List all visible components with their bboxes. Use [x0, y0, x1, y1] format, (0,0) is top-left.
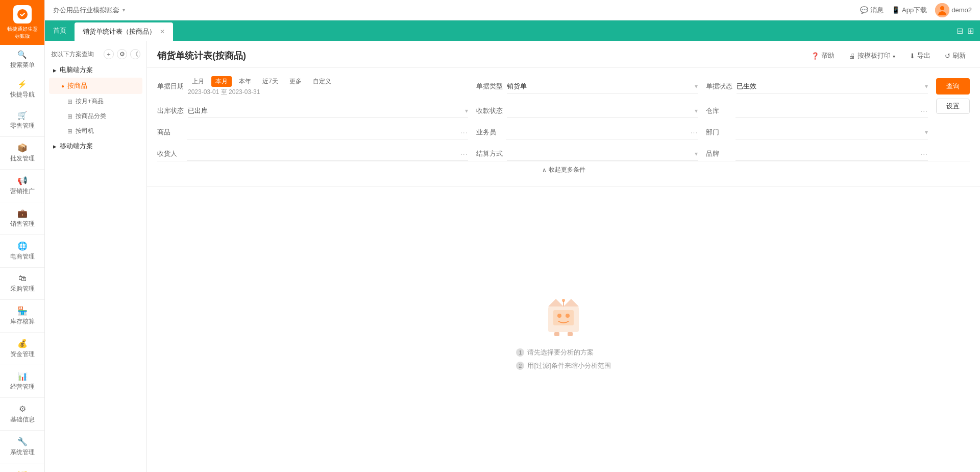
workspace-selector[interactable]: 办公用品行业模拟账套 ▾ — [53, 6, 125, 15]
goods-control[interactable]: ··· — [187, 125, 468, 139]
help-btn[interactable]: ❓ 帮助 — [807, 49, 839, 62]
date-range: 2023-03-01 至 2023-03-31 — [188, 88, 468, 97]
brand-label: 品牌 — [706, 149, 731, 158]
basic-icon: ⚙ — [19, 404, 26, 414]
warehouse-status-control[interactable]: 已出库 — [188, 104, 468, 118]
date-tag-thismonth[interactable]: 本月 — [211, 76, 232, 87]
tree-item-by-cashier[interactable]: ⊞ 按司机 — [49, 124, 142, 138]
app-title: 畅捷通好生意 — [7, 26, 38, 33]
tree-item-by-month-goods[interactable]: ⊞ 按月+商品 — [49, 94, 142, 109]
app-download-btn[interactable]: 📱 App下载 — [892, 6, 927, 15]
brand-control[interactable]: ··· — [736, 147, 928, 161]
tree-group-mobile-label: 移动端方案 — [60, 141, 93, 151]
receiver-control[interactable]: ··· — [187, 147, 468, 161]
settlement-control[interactable] — [507, 147, 698, 161]
tree-group-mobile[interactable]: 移动端方案 — [49, 138, 142, 154]
settings-scheme-btn[interactable]: ⚙ — [117, 49, 127, 59]
settings-btn[interactable]: 设置 — [936, 99, 970, 114]
inventory-icon: 🏪 — [17, 306, 28, 316]
ecommerce-icon: 🌐 — [17, 241, 28, 251]
date-tag-thisyear[interactable]: 本年 — [235, 76, 255, 87]
purchase-label: 采购管理 — [10, 285, 35, 293]
sidebar-item-finance[interactable]: 💰 资金管理 — [0, 333, 45, 365]
tab-maximize-btn[interactable]: ⊞ — [967, 26, 974, 36]
svg-point-0 — [17, 9, 28, 19]
sidebar-item-ecommerce[interactable]: 🌐 电商管理 — [0, 235, 45, 268]
warehouse-status-arrow — [465, 107, 468, 114]
svg-rect-7 — [554, 332, 559, 336]
empty-illustration — [533, 289, 594, 340]
goods-dots: ··· — [460, 128, 468, 136]
department-control[interactable] — [736, 125, 928, 139]
tree-group-desktop[interactable]: 电脑端方案 — [49, 62, 142, 78]
system-label: 系统管理 — [10, 448, 35, 457]
sales-label: 销售管理 — [10, 220, 35, 228]
user-avatar — [935, 3, 949, 17]
doc-type-control[interactable]: 销货单 — [507, 79, 698, 93]
sidebar-item-basic[interactable]: ⚙ 基础信息 — [0, 398, 45, 431]
empty-state: 1 请先选择要分析的方案 2 用[过滤]条件来缩小分析范围 — [147, 187, 980, 472]
doc-status-control[interactable]: 已生效 — [737, 79, 928, 93]
message-btn[interactable]: 💬 消息 — [860, 6, 884, 15]
filter-doc-status: 单据状态 已生效 — [706, 79, 928, 93]
active-item-icon: ● — [61, 83, 64, 89]
tab-sales-stat[interactable]: 销货单统计表（按商品） ✕ — [75, 22, 173, 41]
refresh-icon: ↺ — [945, 52, 950, 60]
sub-item-icon-1: ⊞ — [67, 98, 72, 105]
filter-row-2: 出库状态 已出库 收款状态 — [157, 104, 928, 118]
logo-icon — [13, 5, 32, 23]
top-header: 办公用品行业模拟账套 ▾ 💬 消息 📱 App下载 de — [45, 0, 980, 20]
tab-home[interactable]: 首页 — [45, 20, 75, 41]
sidebar-item-cooperation[interactable]: 🤝 企业协同 — [0, 463, 45, 472]
collapse-more-btn[interactable]: ∧ 收起更多条件 — [157, 161, 970, 178]
tree-item-by-category[interactable]: ⊞ 按商品分类 — [49, 109, 142, 124]
salesperson-control[interactable]: ··· — [506, 125, 698, 139]
empty-tips: 1 请先选择要分析的方案 2 用[过滤]条件来缩小分析范围 — [516, 348, 610, 370]
sidebar-item-quicknav[interactable]: ⚡ 快捷导航 — [0, 75, 45, 104]
sidebar-item-system[interactable]: 🔧 系统管理 — [0, 431, 45, 463]
left-panel-actions: ＋ ⚙ 《 — [104, 49, 140, 59]
sidebar-item-retail[interactable]: 🛒 零售管理 — [0, 104, 45, 137]
date-tag-more[interactable]: 更多 — [285, 76, 306, 87]
sidebar-item-wholesale[interactable]: 📦 批发管理 — [0, 137, 45, 170]
tree-item-by-goods[interactable]: ● 按商品 — [49, 78, 142, 94]
finance-label: 资金管理 — [10, 350, 35, 359]
date-tag-lastmonth[interactable]: 上月 — [188, 76, 208, 87]
receiver-dots: ··· — [460, 150, 468, 158]
marketing-icon: 📢 — [17, 176, 28, 185]
warehouse-control[interactable]: ··· — [736, 104, 928, 118]
payment-status-control[interactable] — [507, 104, 698, 118]
template-print-label: 按模板打印 — [857, 51, 891, 60]
filter-row-1: 单据日期 上月 本月 本年 近7天 更多 自定义 — [157, 76, 928, 97]
workspace-name: 办公用品行业模拟账套 — [53, 6, 119, 15]
help-icon: ❓ — [811, 52, 819, 60]
template-print-btn[interactable]: 🖨 按模板打印 — [845, 49, 899, 62]
left-panel: 按以下方案查询 ＋ ⚙ 《 电脑端方案 ● 按商品 ⊞ — [45, 41, 147, 472]
tab-close-icon[interactable]: ✕ — [160, 28, 165, 35]
export-btn[interactable]: ⬇ 导出 — [905, 49, 935, 62]
date-label: 单据日期 — [157, 82, 184, 91]
date-tag-7days[interactable]: 近7天 — [258, 76, 282, 87]
tab-minimize-btn[interactable]: ⊟ — [957, 26, 963, 36]
date-tag-custom[interactable]: 自定义 — [309, 76, 335, 87]
app-logo[interactable]: 畅捷通好生意 标账版 — [0, 0, 45, 45]
filter-date: 单据日期 上月 本月 本年 近7天 更多 自定义 — [157, 76, 468, 97]
filter-goods: 商品 ··· — [157, 125, 468, 139]
svg-point-10 — [562, 299, 565, 302]
sidebar-item-search[interactable]: 🔍 搜索菜单 — [0, 45, 45, 75]
refresh-btn[interactable]: ↺ 刷新 — [941, 49, 970, 62]
sidebar-quicknav-label: 快捷导航 — [10, 90, 35, 99]
sidebar-item-inventory[interactable]: 🏪 库存核算 — [0, 300, 45, 333]
sidebar-item-purchase[interactable]: 🛍 采购管理 — [0, 268, 45, 300]
sidebar-item-marketing[interactable]: 📢 营销推广 — [0, 170, 45, 202]
query-btn[interactable]: 查询 — [936, 78, 970, 95]
username: demo2 — [951, 6, 972, 14]
add-scheme-btn[interactable]: ＋ — [104, 49, 114, 59]
sidebar-item-operations[interactable]: 📊 经营管理 — [0, 365, 45, 398]
brand-dots: ··· — [920, 150, 928, 158]
collapse-panel-btn[interactable]: 《 — [130, 49, 140, 59]
tip-num-1: 1 — [516, 348, 524, 357]
wholesale-label: 批发管理 — [10, 154, 35, 163]
sidebar-item-sales[interactable]: 💼 销售管理 — [0, 202, 45, 235]
user-profile[interactable]: demo2 — [935, 3, 972, 17]
